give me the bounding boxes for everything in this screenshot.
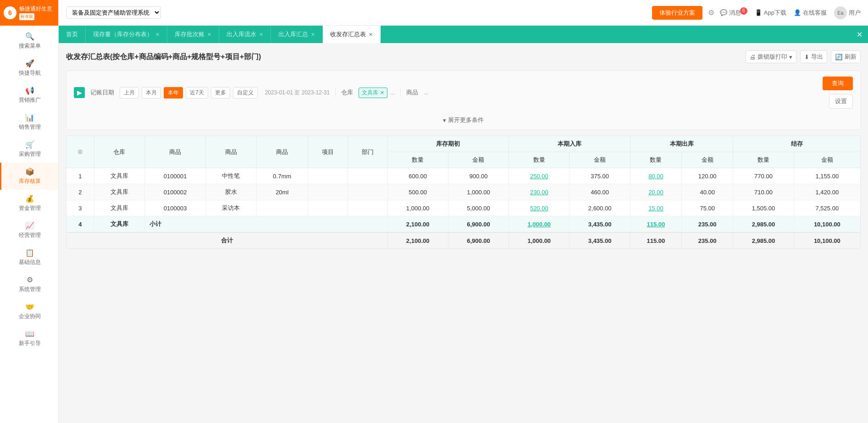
tab-close-1[interactable]: ✕ <box>155 32 160 38</box>
sidebar-icon-8: 📋 <box>25 248 34 257</box>
set-button[interactable]: 设置 <box>829 94 853 109</box>
subtotal-amt-bal: 10,100.00 <box>794 216 860 233</box>
sidebar-icon-7: 📈 <box>25 221 34 230</box>
sidebar-label-7: 经营管理 <box>19 231 41 239</box>
tab-close-5[interactable]: ✕ <box>369 32 373 38</box>
date-btn-5[interactable]: 自定义 <box>233 87 258 99</box>
sidebar-item-2[interactable]: 📢营销推广 <box>0 82 58 109</box>
date-btn-2[interactable]: 本年 <box>164 87 183 99</box>
th-group-start: 库存期初 <box>387 136 509 152</box>
sidebar-item-8[interactable]: 📋基础信息 <box>0 244 58 271</box>
tab-4[interactable]: 出入库汇总✕ <box>271 26 323 43</box>
tab-label-2: 库存批次账 <box>175 30 205 38</box>
th-group-bal: 结存 <box>733 136 860 152</box>
th-group-out: 本期出库 <box>630 136 733 152</box>
cell-goods-2: 采访本 <box>205 200 256 216</box>
sidebar-item-5[interactable]: 📦库存核算 <box>0 163 58 190</box>
tab-5[interactable]: 收发存汇总表✕ <box>323 26 381 43</box>
filter-toggle-btn[interactable]: ▶ <box>74 87 85 98</box>
tab-close-2[interactable]: ✕ <box>207 32 211 38</box>
export-label: 导出 <box>811 53 823 61</box>
user-action[interactable]: Ea 用户 <box>834 6 861 19</box>
refresh-icon: 🔄 <box>835 54 843 60</box>
date-btn-3[interactable]: 近7天 <box>186 87 208 99</box>
sidebar-item-10[interactable]: 🤝企业协同 <box>0 298 58 325</box>
sidebar-icon-1: 🚀 <box>25 59 34 68</box>
cell-qty-in-0[interactable]: 250.00 <box>509 168 569 184</box>
logo-icon: 6 <box>4 6 17 19</box>
warehouse-tag-close[interactable]: ✕ <box>380 90 384 96</box>
sidebar-item-1[interactable]: 🚀快捷导航 <box>0 55 58 82</box>
column-settings-icon[interactable]: ⚙ <box>77 148 83 155</box>
refresh-button[interactable]: 🔄 刷新 <box>831 50 861 63</box>
total-amt-in: 3,435.00 <box>569 232 630 248</box>
cell-qty-out-2[interactable]: 15.00 <box>630 200 681 216</box>
tab-close-4[interactable]: ✕ <box>311 32 315 38</box>
subtotal-amt-out: 235.00 <box>682 216 733 233</box>
print-icon: 🖨 <box>750 54 756 60</box>
tab-close-3[interactable]: ✕ <box>259 32 263 38</box>
subtotal-qty-out[interactable]: 115.00 <box>630 216 681 233</box>
sidebar-item-3[interactable]: 📊销售管理 <box>0 109 58 136</box>
tab-0[interactable]: 首页 <box>59 26 86 43</box>
cell-goods-0: 中性笔 <box>205 168 256 184</box>
sidebar-icon-2: 📢 <box>25 86 34 95</box>
system-select[interactable]: 装备及固定资产辅助管理系统 <box>66 6 161 19</box>
date-btn-0[interactable]: 上月 <box>120 87 139 99</box>
sidebar-item-11[interactable]: 📖新手引导 <box>0 325 58 352</box>
query-button[interactable]: 查询 <box>823 77 853 90</box>
cell-qty-out-1[interactable]: 20.00 <box>630 184 681 200</box>
sidebar-label-5: 库存核算 <box>19 177 41 185</box>
sidebar-item-7[interactable]: 📈经营管理 <box>0 217 58 244</box>
date-btn-4[interactable]: 更多 <box>211 87 230 99</box>
cell-qty-start-0: 600.00 <box>387 168 448 184</box>
sidebar-item-0[interactable]: 🔍搜索菜单 <box>0 27 58 55</box>
cell-qty-in-2[interactable]: 520.00 <box>509 200 569 216</box>
cell-qty-in-1[interactable]: 230.00 <box>509 184 569 200</box>
warehouse-more[interactable]: ... <box>390 89 395 96</box>
filter-row-1: ▶ 记账日期 上月本月本年近7天更多自定义 2023-01-01 至 2023-… <box>74 77 853 109</box>
goods-more[interactable]: ... <box>424 89 428 96</box>
th-settings[interactable]: ⚙ <box>66 136 94 168</box>
th-project: 项目 <box>308 136 348 168</box>
sidebar-icon-6: 💰 <box>25 194 34 203</box>
tab-3[interactable]: 出入库流水✕ <box>219 26 271 43</box>
total-qty-bal: 2,985.00 <box>733 232 794 248</box>
subtotal-qty-in[interactable]: 1,000.00 <box>509 216 569 233</box>
cell-amt-start-2: 5,000.00 <box>448 200 509 216</box>
tab-1[interactable]: 现存量（库存分布表）✕ <box>86 26 167 43</box>
tabbar-close-all[interactable]: ✕ <box>851 30 868 39</box>
warehouse-tag: 文具库 ✕ <box>359 88 387 98</box>
cell-project-2 <box>308 200 348 216</box>
tab-2[interactable]: 库存批次账✕ <box>167 26 219 43</box>
subtotal-warehouse: 文具库 <box>94 216 145 233</box>
sidebar-icon-5: 📦 <box>25 167 34 176</box>
experience-button[interactable]: 体验行业方案 <box>652 6 702 20</box>
app-download-action[interactable]: 📱 App下载 <box>755 9 786 17</box>
sidebar-icon-10: 🤝 <box>25 302 34 311</box>
cell-qty-out-0[interactable]: 80.00 <box>630 168 681 184</box>
sidebar-item-9[interactable]: ⚙系统管理 <box>0 271 58 298</box>
print-button[interactable]: 🖨 拨锁版打印 ▾ <box>746 50 796 63</box>
expand-arrow-icon: ▾ <box>443 117 446 124</box>
sidebar: 6 畅捷通好生意 标准版 🔍搜索菜单🚀快捷导航📢营销推广📊销售管理🛒采购管理📦库… <box>0 0 59 423</box>
chevron-down-icon: ▾ <box>789 54 792 60</box>
sidebar-icon-4: 🛒 <box>25 140 34 149</box>
sidebar-label-9: 系统管理 <box>19 286 41 293</box>
cell-code-2: 0100003 <box>145 200 205 216</box>
date-btn-1[interactable]: 本月 <box>142 87 161 99</box>
sidebar-item-6[interactable]: 💰资金管理 <box>0 190 58 217</box>
cell-amt-in-0: 375.00 <box>569 168 630 184</box>
sidebar-label-3: 销售管理 <box>19 123 41 131</box>
total-amt-bal: 10,100.00 <box>794 232 860 248</box>
settings-icon[interactable]: ⚙ <box>708 8 714 17</box>
table-row: 2 文具库 0100002 胶水 20ml 500.00 1,000.00 23… <box>66 184 860 200</box>
expand-conditions-btn[interactable]: ▾ 展开更多条件 <box>443 116 484 124</box>
subtotal-qty-start: 2,100.00 <box>387 216 448 233</box>
export-button[interactable]: ⬇ 导出 <box>800 50 827 63</box>
subtotal-no: 4 <box>66 216 94 233</box>
online-service-action[interactable]: 👤 在线客服 <box>794 9 827 17</box>
message-action[interactable]: 💬 消息 6 <box>720 9 747 17</box>
page-header: 收发存汇总表(按仓库+商品编码+商品+规格型号+项目+部门) 🖨 拨锁版打印 ▾… <box>66 50 861 63</box>
sidebar-item-4[interactable]: 🛒采购管理 <box>0 136 58 163</box>
